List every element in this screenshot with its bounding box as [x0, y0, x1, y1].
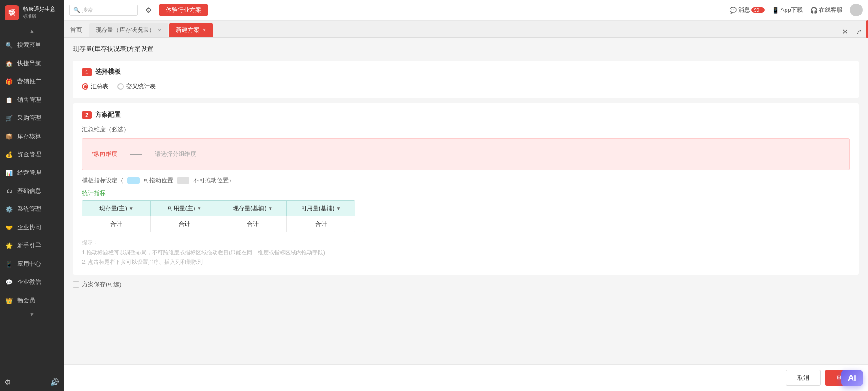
settings-icon[interactable]: ⚙: [5, 378, 11, 386]
sidebar-item-app-center[interactable]: 📱 应用中心: [0, 255, 64, 273]
sidebar-item-marketing[interactable]: 🎁 营销推广: [0, 72, 64, 91]
purchase-icon: 🛒: [5, 113, 14, 123]
logo-icon: 畅: [5, 5, 19, 20]
stat-col3-header[interactable]: 现存量(基辅) ▼: [219, 201, 287, 216]
draggable-badge: [127, 177, 140, 184]
step1-badge: 1: [82, 68, 92, 76]
basic-info-icon: 🗂: [5, 186, 14, 196]
stat-col1-chevron[interactable]: ▼: [129, 206, 133, 211]
expand-tab-action[interactable]: ⤢: [853, 26, 864, 37]
hint-1: 1.拖动标题栏可以调整布局，不可跨维度或指标区域拖动栏目(只能在同一维度或指标区…: [82, 248, 850, 258]
sidebar-item-operation[interactable]: 📊 经营管理: [0, 164, 64, 182]
template-options: 汇总表 交叉统计表: [82, 82, 850, 91]
sidebar-item-finance[interactable]: 💰 资金管理: [0, 145, 64, 164]
section-choose-template: 1 选择模板 汇总表 交叉统计表: [73, 61, 859, 98]
sidebar-item-label: 库存核算: [17, 132, 41, 140]
user-avatar[interactable]: [850, 4, 863, 16]
search-icon: 🔍: [5, 41, 14, 50]
sidebar-item-purchase[interactable]: 🛒 采购管理: [0, 109, 64, 127]
message-button[interactable]: 💬 消息 99+: [730, 6, 765, 14]
system-icon: ⚙️: [5, 205, 14, 214]
sidebar-scroll-up[interactable]: ▲: [0, 26, 64, 36]
tabbar: 首页 现存量（库存状况表） ✕ 新建方案 ✕ ✕ ⤢: [64, 21, 868, 38]
sidebar-item-label: 基础信息: [17, 187, 41, 195]
cancel-button[interactable]: 取消: [786, 370, 821, 386]
radio-inner-summary: [84, 85, 87, 88]
radio-circle-cross: [117, 83, 124, 90]
content-area: 现存量(库存状况表)方案设置 1 选择模板 汇总表 交叉统计表: [64, 38, 868, 364]
dimension-area[interactable]: *纵向维度 —— 请选择分组维度: [82, 138, 850, 170]
app-download-button[interactable]: 📱 App下载: [772, 6, 803, 14]
sidebar-item-system[interactable]: ⚙️ 系统管理: [0, 200, 64, 218]
topbar-search[interactable]: 🔍 搜索: [69, 5, 138, 16]
stat-col4-header[interactable]: 可用量(基辅) ▼: [287, 201, 355, 216]
sidebar-item-vip[interactable]: 👑 畅会员: [0, 291, 64, 309]
dimension-section-label: 汇总维度（必选）: [82, 125, 850, 134]
sidebar-item-label: 快捷导航: [17, 59, 41, 67]
app-logo: 畅 畅康通好生意 标准版: [0, 0, 64, 26]
step2-title: 方案配置: [95, 111, 121, 119]
sidebar-item-quick-nav[interactable]: 🏠 快捷导航: [0, 54, 64, 72]
step1-title: 选择模板: [95, 68, 121, 76]
stat-col4-chevron[interactable]: ▼: [337, 206, 341, 211]
stat-col3-chevron[interactable]: ▼: [268, 206, 273, 211]
save-checkbox[interactable]: [73, 281, 79, 288]
sidebar-scroll-down[interactable]: ▼: [0, 309, 64, 319]
message-icon: 💬: [730, 7, 737, 14]
close-tab-action[interactable]: ✕: [839, 26, 851, 37]
sidebar-item-search[interactable]: 🔍 搜索菜单: [0, 36, 64, 54]
logo-text: 畅康通好生意 标准版: [23, 6, 56, 20]
step2-header: 2 方案配置: [82, 111, 850, 119]
scroll-indicator: [866, 20, 868, 38]
trial-button[interactable]: 体验行业方案: [159, 4, 208, 16]
section-plan-config: 2 方案配置 汇总维度（必选） *纵向维度 —— 请选择分组维度 模板指标设定（…: [73, 103, 859, 275]
sidebar-item-newbie[interactable]: 🌟 新手引导: [0, 237, 64, 255]
settings-gear[interactable]: ⚙: [142, 4, 155, 16]
save-label: 方案保存(可选): [82, 280, 122, 288]
stat-col2-chevron[interactable]: ▼: [197, 206, 202, 211]
sidebar-item-wechat[interactable]: 💬 企业微信: [0, 273, 64, 291]
save-option: 方案保存(可选): [73, 280, 859, 288]
sidebar-item-label: 系统管理: [17, 205, 41, 213]
tab-new-plan[interactable]: 新建方案 ✕: [169, 23, 213, 37]
tab-home[interactable]: 首页: [64, 23, 88, 37]
finance-icon: 💰: [5, 150, 14, 159]
audio-icon[interactable]: 🔊: [50, 378, 59, 386]
radio-summary[interactable]: 汇总表: [82, 82, 108, 91]
radio-summary-label: 汇总表: [91, 82, 108, 91]
page-title: 现存量(库存状况表)方案设置: [73, 45, 859, 53]
indicator-config: 模板指标设定（ 可拖动位置 不可拖动位置） 统计指标 现存量(主) ▼ 可用: [82, 176, 850, 268]
indicator-config-label: 模板指标设定（ 可拖动位置 不可拖动位置）: [82, 176, 850, 185]
dimension-dash: ——: [130, 151, 142, 158]
search-icon-topbar: 🔍: [73, 7, 80, 13]
radio-cross[interactable]: 交叉统计表: [117, 82, 156, 91]
sidebar-bottom: ⚙ 🔊: [0, 373, 64, 391]
stat-title: 统计指标: [82, 189, 850, 197]
sidebar-item-label: 企业协同: [17, 223, 41, 232]
stat-col2-header[interactable]: 可用量(主) ▼: [151, 201, 219, 216]
tab-inventory-status[interactable]: 现存量（库存状况表） ✕: [89, 23, 168, 37]
message-badge: 99+: [751, 7, 765, 13]
sidebar-item-label: 采购管理: [17, 114, 41, 122]
tab-inventory-close[interactable]: ✕: [158, 27, 162, 33]
vip-icon: 👑: [5, 296, 14, 305]
sidebar-item-label: 搜索菜单: [17, 41, 41, 49]
ai-float-button[interactable]: Ai: [841, 370, 863, 386]
step2-badge: 2: [82, 111, 92, 119]
sidebar-item-inventory[interactable]: 📦 库存核算: [0, 127, 64, 145]
sidebar-item-sales[interactable]: 📋 销售管理: [0, 91, 64, 109]
sidebar-item-basic-info[interactable]: 🗂 基础信息: [0, 182, 64, 200]
stat-col3-summary: 合计: [219, 216, 287, 232]
stat-col4-summary: 合计: [287, 216, 355, 232]
stat-col1-header[interactable]: 现存量(主) ▼: [82, 201, 151, 216]
online-service-button[interactable]: 🎧 在线客服: [810, 6, 842, 14]
stat-col2-summary: 合计: [151, 216, 219, 232]
tab-new-label: 新建方案: [176, 26, 199, 34]
tab-new-close[interactable]: ✕: [202, 27, 206, 33]
operation-icon: 📊: [5, 168, 14, 177]
hint-2: 2. 点击标题栏下拉可以设置排序、插入列和删除列: [82, 257, 850, 268]
sidebar-item-cooperation[interactable]: 🤝 企业协同: [0, 218, 64, 237]
non-draggable-label: 不可拖动位置）: [193, 176, 235, 185]
stat-table: 现存量(主) ▼ 可用量(主) ▼ 现存量(基辅) ▼ 可用量(基辅): [82, 200, 355, 232]
newbie-icon: 🌟: [5, 241, 14, 250]
